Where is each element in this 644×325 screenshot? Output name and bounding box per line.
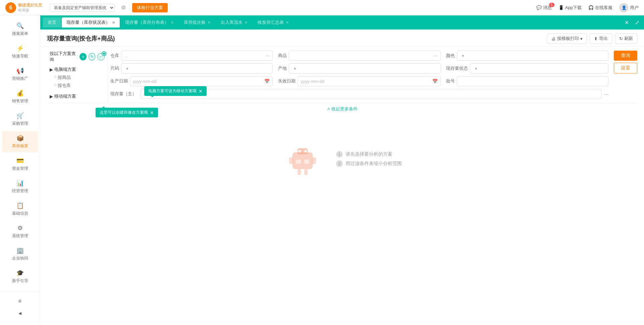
filter-row-2: 尺码 ▾ 产地	[110, 63, 608, 73]
empty-hint-1: 1 请先选择要分析的方案	[336, 151, 402, 158]
batch-input[interactable]	[457, 76, 608, 86]
sidebar-item-finance[interactable]: 💳 资金管理	[2, 154, 38, 175]
tab-close-icon[interactable]: ✕	[286, 20, 289, 25]
tab-close-icon[interactable]: ✕	[171, 20, 174, 25]
mobile-scheme-label: 移动端方案	[54, 93, 76, 99]
chevron-down-icon3: ▾	[294, 66, 296, 71]
empty-robot-svg	[282, 139, 323, 179]
warehouse-label: 仓库	[110, 53, 119, 59]
tab-close-icon[interactable]: ✕	[245, 20, 248, 25]
tab-home[interactable]: 首页	[43, 17, 61, 28]
tooltip-2-close[interactable]: ✕	[150, 110, 154, 115]
sidebar-item-label: 企业协同	[12, 256, 28, 261]
sidebar-item-basic-info[interactable]: 📋 基础信息	[2, 199, 38, 220]
print-button[interactable]: 🖨 按模板打印 ▾	[547, 34, 587, 44]
user-item[interactable]: 👤 用户	[619, 3, 639, 12]
pc-scheme-label: 电脑端方案	[54, 66, 76, 72]
filter-label-row: 按以下方案查询 + ✎ ←	[50, 51, 105, 63]
sidebar-item-label: 资金管理	[12, 166, 28, 171]
tab-close-icon[interactable]: ✕	[112, 20, 115, 25]
maximize-button[interactable]: ⤢	[633, 19, 641, 26]
inv-status-label: 现存量状态	[446, 65, 468, 71]
calendar-icon2: 📅	[432, 79, 438, 84]
sidebar-item-label: 快速导航	[12, 53, 28, 59]
operation-icon: 📊	[16, 179, 24, 187]
sidebar-item-inventory[interactable]: 📦 库存核算	[2, 131, 38, 152]
expire-date-input[interactable]: yyyy-mm-dd 📅	[298, 76, 440, 86]
sidebar-item-marketing[interactable]: 📢 营销推广	[2, 64, 38, 85]
sidebar-item-quick-nav[interactable]: ⚡ 快速导航	[2, 41, 38, 62]
color-field: 颜色 ▾	[446, 51, 608, 61]
sidebar-settings-button[interactable]: ⚙	[2, 295, 38, 307]
set-button[interactable]: 设置	[614, 63, 637, 73]
content-area: 首页 现存量（库存状况表） ✕ 现存量（库存分布表） ✕ 库存批次账 ✕ 出入库…	[40, 15, 644, 325]
sidebar-item-enterprise[interactable]: 🏢 企业协同	[2, 243, 38, 265]
sidebar-collapse-button[interactable]: ◀	[2, 308, 38, 319]
tooltip-1-close[interactable]: ✕	[199, 89, 203, 94]
inv-amount-label: 现存量（主）	[110, 91, 137, 97]
finance-icon: 💳	[16, 157, 24, 164]
gear-button[interactable]: ⚙	[119, 3, 128, 12]
industry-button[interactable]: 体验行业方案	[132, 3, 168, 12]
sidebar-item-label: 营销推广	[12, 76, 28, 82]
goods-input[interactable]: ⋯	[289, 51, 440, 61]
color-label: 颜色	[446, 53, 455, 59]
export-button[interactable]: ⬆ 导出	[590, 34, 612, 44]
query-button[interactable]: 查询	[614, 51, 637, 61]
page-header: 现存量查询(按仓库+商品) 🖨 按模板打印 ▾ ⬆ 导出 ↻	[40, 30, 644, 47]
sidebar-item-purchase[interactable]: 🛒 采购管理	[2, 109, 38, 130]
scheme-by-goods[interactable]: └ 按商品	[50, 73, 105, 82]
system-select[interactable]: 装备及固定资产辅助管理系统	[50, 4, 115, 12]
tab-receive-summary[interactable]: 收发存汇总表 ✕	[253, 17, 293, 28]
message-item[interactable]: 💬 消息 6	[536, 5, 552, 11]
add-scheme-button[interactable]: +	[79, 53, 86, 60]
search-icon: 🔍	[16, 22, 24, 30]
produce-date-input[interactable]: yyyy-mm-dd 📅	[130, 76, 273, 86]
empty-hint-2: 2 用过滤条件来缩小分析范围	[336, 160, 402, 167]
filter-row-1: 仓库 … ⋯ 商品	[110, 51, 608, 61]
tab-batch-approve[interactable]: 库存批次账 ✕	[179, 17, 215, 28]
enterprise-icon: 🏢	[16, 247, 24, 254]
size-select[interactable]: ▾	[121, 63, 273, 73]
sidebar-item-label: 销售管理	[12, 98, 28, 104]
tab-inventory-dist[interactable]: 现存量（库存分布表） ✕	[120, 17, 178, 28]
sidebar-item-label: 经营管理	[12, 188, 28, 194]
app-download-item[interactable]: 📱 App下载	[558, 5, 582, 11]
scheme-arrow-icon2: └	[54, 84, 56, 88]
logo-area: 6 畅捷通好生意 标准版	[5, 2, 46, 13]
collapse-icon: ◀	[18, 311, 21, 316]
tab-inventory-status[interactable]: 现存量（库存状况表） ✕	[62, 17, 120, 28]
batch-label: 批号	[446, 78, 455, 84]
sidebar-item-search[interactable]: 🔍 搜索菜单	[2, 19, 38, 40]
system-icon: ⚙	[17, 224, 23, 232]
online-support-item[interactable]: 🎧 在线客服	[588, 5, 612, 11]
inv-status-select[interactable]: ▾	[470, 63, 608, 73]
sidebar-item-label: 基础信息	[12, 211, 28, 216]
color-select[interactable]: ▾	[457, 51, 608, 61]
mobile-scheme-title[interactable]: ▶ 移动端方案	[50, 92, 105, 100]
warehouse-input[interactable]: … ⋯	[121, 51, 273, 61]
origin-select[interactable]: ▾	[289, 63, 440, 73]
edit-scheme-button[interactable]: ✎	[89, 53, 95, 60]
scheme-by-warehouse[interactable]: └ 按仓库	[50, 82, 105, 90]
sidebar-item-sales[interactable]: 💰 销售管理	[2, 86, 38, 107]
pc-scheme-title[interactable]: ▶ 电脑端方案	[50, 65, 105, 73]
tab-close-icon[interactable]: ✕	[208, 20, 211, 25]
sidebar-item-guide[interactable]: 🎓 新手引导	[2, 266, 38, 287]
close-all-button[interactable]: ✕	[623, 19, 631, 26]
filter-row-3: 生产日期 yyyy-mm-dd 📅 失效日期	[110, 76, 608, 86]
inv-min-input[interactable]	[141, 89, 601, 99]
tab-label: 现存量（库存状况表）	[66, 19, 110, 25]
refresh-button[interactable]: ↻ 刷新	[615, 34, 637, 44]
chevron-down-icon: ▾	[462, 53, 464, 58]
batch-field: 批号	[446, 76, 608, 86]
sidebar-item-system[interactable]: ⚙ 系统管理	[2, 221, 38, 242]
empty-illustration	[282, 139, 323, 179]
tab-inout-flow[interactable]: 出入库流水 ✕	[216, 17, 252, 28]
logo-icon: 6	[5, 2, 16, 13]
tab-bar: 首页 现存量（库存状况表） ✕ 现存量（库存分布表） ✕ 库存批次账 ✕ 出入库…	[40, 15, 644, 30]
avatar: 👤	[619, 3, 629, 12]
scheme-panel: 按以下方案查询 + ✎ ← ▶	[47, 51, 107, 102]
sidebar-item-operation[interactable]: 📊 经营管理	[2, 176, 38, 197]
chevron-right-icon: ▶	[50, 67, 53, 72]
